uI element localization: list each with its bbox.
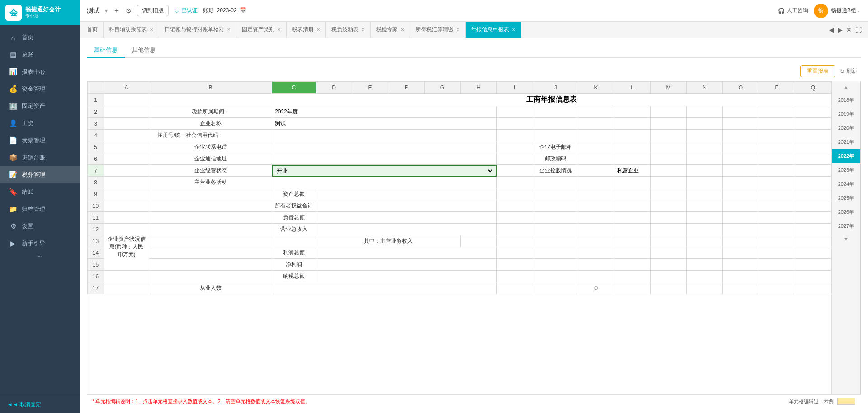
sidebar-item-general-ledger[interactable]: ▤ 总账 — [0, 46, 80, 63]
cell-2-l[interactable] — [614, 106, 651, 118]
sidebar-item-invoice[interactable]: 📄 发票管理 — [0, 132, 80, 149]
cell-16-q[interactable] — [795, 271, 831, 282]
cell-12-l[interactable] — [614, 224, 651, 235]
sidebar-item-payroll[interactable]: 👤 工资 — [0, 115, 80, 132]
cell-15-j[interactable] — [533, 259, 578, 271]
cell-17-c[interactable] — [272, 282, 497, 294]
cell-7-k[interactable] — [578, 165, 614, 177]
cell-9-j[interactable] — [533, 188, 578, 200]
cell-11-d[interactable] — [316, 212, 497, 224]
cell-15-m[interactable] — [651, 259, 687, 271]
sidebar-unpin-button[interactable]: ◄◄ 取消固定 — [0, 396, 80, 413]
cell-15-i[interactable] — [497, 259, 533, 271]
cell-4-q[interactable] — [795, 130, 831, 141]
cell-5-m[interactable] — [651, 141, 687, 153]
cell-14-l[interactable] — [614, 247, 651, 259]
cell-6-j[interactable]: 邮政编码 — [533, 153, 578, 165]
cell-13-k[interactable] — [578, 235, 614, 247]
cell-15-b[interactable] — [149, 259, 272, 271]
cell-2-k[interactable] — [578, 106, 614, 118]
cell-4-o[interactable] — [723, 130, 759, 141]
cell-16-i[interactable] — [497, 271, 533, 282]
cell-11-m[interactable] — [651, 212, 687, 224]
sidebar-item-report-center[interactable]: 📊 报表中心 — [0, 63, 80, 80]
cell-6-i[interactable] — [497, 153, 533, 165]
cell-11-k[interactable] — [578, 212, 614, 224]
cell-7-p[interactable] — [759, 165, 795, 177]
cell-3-c[interactable]: 测试 — [272, 118, 497, 130]
cell-9-i[interactable] — [497, 188, 533, 200]
cell-10-c[interactable]: 所有者权益合计 — [272, 200, 316, 212]
cell-14-n[interactable] — [687, 247, 723, 259]
cell-16-k[interactable] — [578, 271, 614, 282]
cell-13-o[interactable] — [723, 235, 759, 247]
sidebar-item-fixed-assets[interactable]: 🏢 固定资产 — [0, 98, 80, 115]
cell-17-i[interactable] — [497, 282, 533, 294]
cell-3-n[interactable] — [687, 118, 723, 130]
tab-tax-summary[interactable]: 税表清册 ✕ — [287, 22, 326, 38]
cell-16-n[interactable] — [687, 271, 723, 282]
cell-8-c[interactable] — [272, 177, 497, 188]
tab-prev-icon[interactable]: ◀ — [828, 25, 835, 34]
cell-17-k[interactable]: 0 — [578, 282, 614, 294]
tab-aux-balance[interactable]: 科目辅助余额表 ✕ — [104, 22, 159, 38]
cell-11-j[interactable] — [533, 212, 578, 224]
cell-14-j[interactable] — [533, 247, 578, 259]
reset-report-button[interactable]: 重置报表 — [800, 65, 835, 77]
cell-7-n[interactable] — [687, 165, 723, 177]
cell-12-q[interactable] — [795, 224, 831, 235]
sidebar-item-home[interactable]: ⌂ 首页 — [0, 29, 80, 46]
cell-5-c[interactable] — [272, 141, 497, 153]
cell-5-l[interactable] — [614, 141, 651, 153]
cell-16-j[interactable] — [533, 271, 578, 282]
cell-10-n[interactable] — [687, 200, 723, 212]
sidebar-item-fund-management[interactable]: 💰 资金管理 — [0, 80, 80, 98]
cell-6-c[interactable] — [272, 153, 497, 165]
cell-13-j[interactable] — [533, 235, 578, 247]
cell-8-p[interactable] — [759, 177, 795, 188]
cell-12-n[interactable] — [687, 224, 723, 235]
cell-8-b[interactable]: 主营业务活动 — [149, 177, 272, 188]
cell-9-p[interactable] — [759, 188, 795, 200]
cell-10-l[interactable] — [614, 200, 651, 212]
cell-13-b[interactable] — [149, 235, 272, 247]
business-status-select[interactable]: 开业 注销 吊销 迁出 撤销 — [275, 167, 494, 174]
sidebar-item-tax-management[interactable]: 📝 税务管理 — [0, 166, 80, 183]
cell-17-n[interactable] — [687, 282, 723, 294]
refresh-button[interactable]: ↻ 刷新 — [840, 67, 857, 75]
year-scroll-up-icon[interactable]: ▲ — [832, 81, 860, 93]
cell-15-n[interactable] — [687, 259, 723, 271]
cell-9-o[interactable] — [723, 188, 759, 200]
tab-tax-fluctuation[interactable]: 税负波动表 ✕ — [326, 22, 371, 38]
cell-2-a[interactable] — [104, 106, 149, 118]
subtab-basic-info[interactable]: 基础信息 — [87, 43, 125, 58]
cell-8-l[interactable] — [614, 177, 651, 188]
add-icon[interactable]: ＋ — [113, 6, 120, 15]
cell-4-c[interactable] — [272, 130, 497, 141]
cell-8-q[interactable] — [795, 177, 831, 188]
dropdown-arrow-icon[interactable]: ▾ — [105, 8, 108, 14]
cell-7-i[interactable] — [497, 165, 533, 177]
tab-close-icon[interactable]: ✕ — [277, 27, 281, 32]
cell-9-b[interactable] — [149, 188, 272, 200]
cell-2-q[interactable] — [795, 106, 831, 118]
tab-close-icon[interactable]: ✕ — [150, 27, 153, 32]
cell-10-k[interactable] — [578, 200, 614, 212]
tab-income-tax[interactable]: 所得税汇算清缴 ✕ — [410, 22, 466, 38]
cell-4-p[interactable] — [759, 130, 795, 141]
cell-13-h[interactable] — [461, 235, 497, 247]
cell-9-l[interactable] — [614, 188, 651, 200]
cell-6-q[interactable] — [795, 153, 831, 165]
cell-11-p[interactable] — [759, 212, 795, 224]
cell-10-a[interactable] — [104, 200, 149, 212]
cell-12-m[interactable] — [651, 224, 687, 235]
cell-8-k[interactable] — [578, 177, 614, 188]
cell-11-b[interactable] — [149, 212, 272, 224]
cell-5-j[interactable]: 企业电子邮箱 — [533, 141, 578, 153]
cell-15-d[interactable] — [316, 259, 497, 271]
cell-1-b[interactable] — [149, 94, 272, 106]
cell-10-o[interactable] — [723, 200, 759, 212]
cell-13-p[interactable] — [759, 235, 795, 247]
cell-11-a[interactable] — [104, 212, 149, 224]
cell-16-b[interactable] — [149, 271, 272, 282]
